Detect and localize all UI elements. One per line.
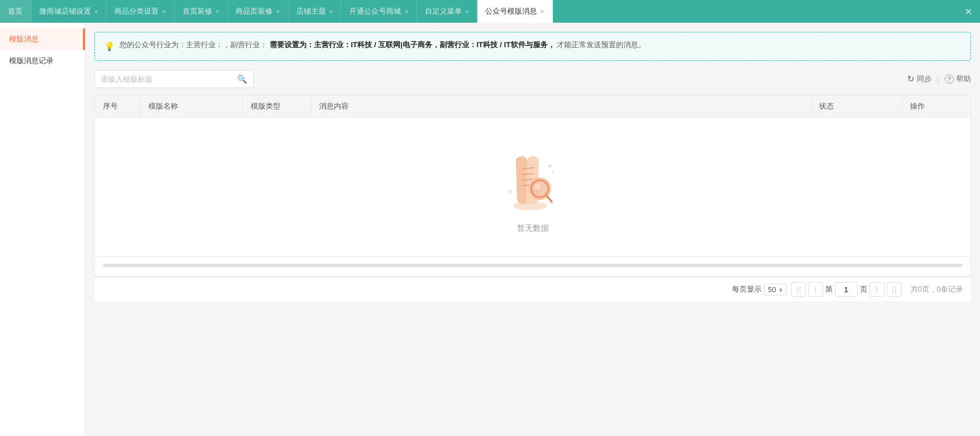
search-input-wrap: 🔍	[94, 70, 254, 88]
th-action: 操作	[902, 95, 970, 117]
sidebar: 模版消息 模版消息记录	[0, 23, 85, 436]
tab-open-shop-close[interactable]: ×	[404, 8, 408, 15]
page-label-after: 页	[860, 284, 867, 294]
next-page-icon: ⟩	[875, 285, 878, 294]
sidebar-item-template-record[interactable]: 模版消息记录	[0, 50, 85, 72]
prev-page-icon: ⟨	[814, 285, 817, 294]
tab-shop-theme[interactable]: 店铺主题 ×	[288, 0, 341, 23]
sidebar-template-msg-label: 模版消息	[9, 35, 39, 43]
sync-label: 同步	[917, 74, 932, 84]
tab-bar-close-all[interactable]: ✕	[957, 6, 980, 17]
notice-box: 💡 您的公众号行业为：主营行业：，副营行业： 需要设置为：主营行业：IT科技 /…	[94, 32, 971, 61]
th-content: 消息内容	[311, 95, 811, 117]
th-type: 模版类型	[243, 95, 311, 117]
empty-illustration	[499, 152, 567, 214]
svg-point-11	[508, 190, 512, 193]
tab-shop-theme-label: 店铺主题	[296, 6, 326, 16]
notice-text: 您的公众号行业为：主营行业：，副营行业： 需要设置为：主营行业：IT科技 / 互…	[119, 39, 646, 51]
tab-home-label: 首页	[8, 6, 23, 16]
data-table: 序号 模版名称 模版类型 消息内容 状态 操作	[94, 95, 971, 277]
svg-point-8	[535, 184, 540, 189]
page-label-before: 第	[825, 284, 833, 294]
page-size-dropdown[interactable]: 50 ∨	[764, 284, 786, 296]
th-name: 模版名称	[140, 95, 243, 117]
horizontal-scrollbar[interactable]	[103, 264, 962, 267]
page-size-value: 50	[768, 285, 776, 294]
empty-text: 暂无数据	[517, 223, 549, 234]
notice-highlight: 需要设置为：主营行业：IT科技 / 互联网|电子商务，副营行业：IT科技 / I…	[270, 40, 555, 49]
help-label: 帮助	[956, 74, 971, 84]
toolbar-divider: |	[937, 75, 939, 84]
search-input[interactable]	[101, 75, 237, 84]
help-icon: ?	[945, 74, 954, 84]
help-button[interactable]: ? 帮助	[945, 74, 971, 84]
tab-custom-menu-label: 自定义菜单	[425, 6, 462, 16]
sidebar-item-template-msg[interactable]: 模版消息	[0, 28, 85, 50]
tab-product-decor[interactable]: 商品页装修 ×	[228, 0, 288, 23]
tab-home[interactable]: 首页	[0, 0, 31, 23]
svg-point-10	[552, 171, 554, 173]
tab-template-msg[interactable]: 公众号模版消息 ×	[477, 0, 552, 23]
table-header: 序号 模版名称 模版类型 消息内容 状态 操作	[95, 95, 970, 118]
tab-product-decor-close[interactable]: ×	[276, 8, 279, 15]
chevron-down-icon: ∨	[779, 286, 783, 293]
tab-open-shop-label: 开通公众号商城	[349, 6, 401, 16]
page-nav: ⟨⟨ ⟨ 第 页 ⟩ ⟩⟩	[791, 282, 902, 297]
th-status: 状态	[811, 95, 902, 117]
tab-custom-menu[interactable]: 自定义菜单 ×	[417, 0, 477, 23]
notice-icon: 💡	[104, 40, 115, 53]
tab-home-decor[interactable]: 首页装修 ×	[175, 0, 228, 23]
page-size-label: 每页显示	[732, 284, 762, 294]
last-page-icon: ⟩⟩	[891, 285, 897, 294]
page-size-select: 每页显示 50 ∨	[732, 284, 786, 296]
main-layout: 模版消息 模版消息记录 💡 您的公众号行业为：主营行业：，副营行业： 需要设置为…	[0, 23, 980, 436]
current-page-input[interactable]	[835, 282, 858, 297]
pagination: 每页显示 50 ∨ ⟨⟨ ⟨ 第 页 ⟩	[94, 277, 971, 301]
tab-weshop-settings[interactable]: 微商城店铺设置 ×	[31, 0, 106, 23]
total-info: 共0页，0条记录	[911, 284, 963, 294]
tab-open-shop[interactable]: 开通公众号商城 ×	[341, 0, 416, 23]
next-page-button[interactable]: ⟩	[870, 282, 884, 297]
tab-custom-menu-close[interactable]: ×	[465, 8, 469, 15]
prev-page-button[interactable]: ⟨	[808, 282, 823, 297]
empty-state: 暂无数据	[95, 118, 970, 256]
content-area: 💡 您的公众号行业为：主营行业：，副营行业： 需要设置为：主营行业：IT科技 /…	[85, 23, 980, 436]
last-page-button[interactable]: ⟩⟩	[887, 282, 902, 297]
svg-line-7	[546, 195, 552, 202]
toolbar-right: ↻ 同步 | ? 帮助	[907, 74, 971, 84]
search-icon[interactable]: 🔍	[237, 74, 247, 84]
sidebar-template-record-label: 模版消息记录	[9, 56, 53, 65]
tab-shop-theme-close[interactable]: ×	[329, 8, 333, 15]
tab-home-decor-close[interactable]: ×	[216, 8, 219, 15]
tab-bar: 首页 微商城店铺设置 × 商品分类设置 × 首页装修 × 商品页装修 × 店铺主…	[0, 0, 980, 23]
sync-icon: ↻	[907, 74, 915, 84]
scrollbar-area	[95, 256, 970, 276]
th-seq: 序号	[95, 95, 140, 117]
first-page-icon: ⟨⟨	[796, 285, 801, 294]
tab-template-msg-label: 公众号模版消息	[485, 6, 537, 16]
tab-category-close[interactable]: ×	[162, 8, 166, 15]
tab-weshop-close[interactable]: ×	[94, 8, 98, 15]
tab-weshop-label: 微商城店铺设置	[39, 6, 91, 16]
tab-home-decor-label: 首页装修	[183, 6, 212, 16]
tab-category-settings[interactable]: 商品分类设置 ×	[106, 0, 174, 23]
sync-button[interactable]: ↻ 同步	[907, 74, 932, 84]
search-bar: 🔍 ↻ 同步 | ? 帮助	[94, 70, 971, 88]
svg-point-9	[548, 164, 552, 168]
first-page-button[interactable]: ⟨⟨	[791, 282, 806, 297]
tab-category-label: 商品分类设置	[114, 6, 159, 16]
tab-template-msg-close[interactable]: ×	[540, 8, 544, 15]
tab-product-decor-label: 商品页装修	[235, 6, 272, 16]
